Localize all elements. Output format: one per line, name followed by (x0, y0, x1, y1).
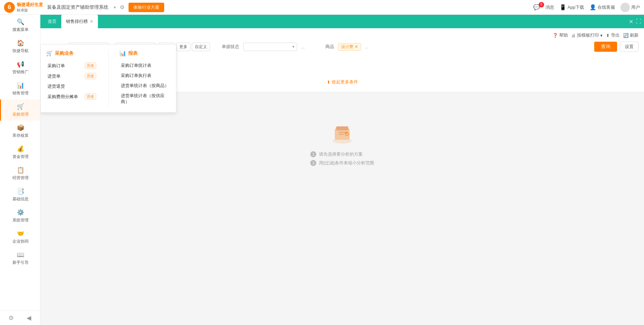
service-icon: 👤 (589, 4, 596, 10)
sidebar-bottom: ⚙ ◀ (0, 311, 40, 325)
search-icon: 🔍 (17, 18, 24, 26)
toolbar-row: ❓ 帮助 🖨 按模板打印 ▾ ⬆ 导出 🔄 (46, 32, 639, 38)
toolbar-right: ❓ 帮助 🖨 按模板打印 ▾ ⬆ 导出 🔄 (552, 32, 639, 38)
sidebar-item-cooperation[interactable]: 🤝 企业协同 (0, 227, 40, 248)
sidebar-settings-btn[interactable]: ⚙ (3, 314, 19, 322)
sidebar-item-basic-info-label: 基础信息 (12, 196, 29, 202)
settings-btn[interactable]: 设置 (620, 42, 639, 52)
dropdown-item-purchase-order-exec[interactable]: 采购订单执行表 (119, 71, 171, 81)
tab-close-btn[interactable]: ✕ (90, 19, 93, 24)
tab-home[interactable]: 首页 (43, 15, 61, 28)
purchase-order-stats-label: 采购订单统计表 (121, 63, 151, 69)
tab-sales-rank[interactable]: 销售排行榜 ✕ (61, 15, 98, 28)
content-area: 首页 销售排行榜 ✕ ✕ ⛶ ❓ 帮助 (40, 15, 644, 325)
sidebar-collapse-btn[interactable]: ◀ (22, 314, 37, 322)
purchase-fee-label: 采购费用分摊单 (47, 94, 78, 100)
online-service-item[interactable]: 👤 在线客服 (589, 4, 615, 10)
sidebar-item-finance[interactable]: 💰 资金管理 (0, 142, 40, 163)
sales-icon: 📊 (17, 82, 24, 89)
refresh-icon: 🔄 (623, 33, 629, 38)
sidebar-item-marketing[interactable]: 📢 营销推广 (0, 57, 40, 78)
sidebar-item-inventory[interactable]: 📦 库存核算 (0, 121, 40, 142)
purchase-order-label: 采购订单 (47, 63, 65, 69)
inventory-icon: 📦 (17, 124, 24, 131)
basic-info-icon: 📑 (17, 188, 24, 195)
header-middle: 装备及固定资产辅助管理系统 ▾ ⚙ 体验行业方案 (44, 3, 533, 12)
stock-stats-supplier-label: 进货单统计表（按供应商） (121, 93, 170, 105)
dropdown-item-stock-stats-goods[interactable]: 进货单统计表（按商品） (119, 81, 171, 91)
goods-label: 商品 (316, 44, 334, 50)
sidebar-item-marketing-label: 营销推广 (12, 69, 29, 75)
sidebar-item-system[interactable]: ⚙️ 系统管理 (0, 205, 40, 227)
logo-icon: 6 (4, 2, 15, 13)
tab-fullscreen-btn[interactable]: ⛶ (636, 18, 641, 25)
dropdown-report-col: 📊 报表 采购订单统计表 采购订单执行表 进货单统计表（按商品） 进货单统计表（… (119, 50, 171, 107)
export-btn[interactable]: ⬆ 导出 (606, 32, 620, 38)
stock-return-label: 进货退货 (47, 83, 65, 89)
query-btn[interactable]: 查询 (594, 42, 617, 52)
empty-icon (329, 119, 356, 146)
system-dropdown-arrow[interactable]: ▾ (114, 5, 116, 10)
dropdown-item-stock-stats-supplier[interactable]: 进货单统计表（按供应商） (119, 91, 171, 107)
goods-tag-text: 设计费 (341, 44, 353, 50)
app-download-label: App下载 (568, 4, 584, 10)
goods-more[interactable]: ... (365, 44, 369, 49)
help-icon: ❓ (552, 33, 558, 38)
sidebar-item-search[interactable]: 🔍 搜索菜单 (0, 15, 40, 36)
brand-name: 畅捷通好生意 (17, 2, 43, 8)
message-label: 消息 (545, 4, 554, 10)
help-label: 帮助 (559, 32, 568, 38)
purchase-order-exec-label: 采购订单执行表 (121, 73, 151, 79)
export-label: 导出 (611, 32, 620, 38)
voucher-status-more[interactable]: ... (301, 44, 305, 49)
sidebar-item-operations[interactable]: 📋 经营管理 (0, 163, 40, 184)
tab-sales-rank-label: 销售排行榜 (66, 18, 88, 25)
print-btn[interactable]: 🖨 按模板打印 ▾ (571, 32, 603, 38)
brand-sub: 标准版 (17, 8, 43, 12)
message-item[interactable]: 💬 9 消息 (533, 4, 554, 10)
svg-point-5 (345, 132, 349, 136)
sidebar-item-sales[interactable]: 📊 销售管理 (0, 78, 40, 99)
sidebar-item-operations-label: 经营管理 (12, 175, 29, 181)
empty-tip-1: 1 请先选择要分析的方案 (310, 151, 374, 157)
gear-icon[interactable]: ⚙ (120, 4, 124, 10)
sidebar-settings-icon: ⚙ (8, 314, 14, 322)
system-title: 装备及固定资产辅助管理系统 (44, 4, 111, 10)
sidebar-item-purchase[interactable]: 🛒 采购管理 (0, 99, 40, 121)
dropdown-item-purchase-order[interactable]: 采购订单 历史 (46, 60, 98, 71)
dropdown-item-stock-return[interactable]: 进货退货 (46, 81, 98, 91)
time-custom-btn[interactable]: 自定义 (192, 43, 210, 51)
tab-close-all-btn[interactable]: ✕ (629, 18, 633, 25)
marketing-icon: 📢 (17, 60, 24, 68)
empty-tips: 1 请先选择要分析的方案 2 用[过滤]条件来缩小分析范围 (310, 151, 374, 166)
voucher-status-select[interactable] (243, 43, 297, 51)
sidebar-item-guide[interactable]: 📖 新手引导 (0, 248, 40, 269)
dropdown-item-stock-in[interactable]: 进货单 历史 (46, 71, 98, 81)
dropdown-report-title-text: 报表 (128, 50, 138, 56)
industry-btn[interactable]: 体验行业方案 (129, 3, 164, 12)
phone-icon: 📱 (560, 4, 566, 10)
goods-tag-close[interactable]: ✕ (355, 44, 358, 49)
print-label: 按模板打印 (577, 32, 599, 38)
operations-icon: 📋 (17, 166, 24, 174)
app-download-item[interactable]: 📱 App下载 (560, 4, 584, 10)
stock-in-history-tag: 历史 (85, 73, 96, 79)
stock-in-label: 进货单 (47, 73, 61, 79)
cooperation-icon: 🤝 (17, 230, 24, 237)
user-label: 用户 (631, 4, 640, 10)
refresh-btn[interactable]: 🔄 刷新 (623, 32, 639, 38)
dropdown-menu: 🛒 采购业务 采购订单 历史 进货单 历史 进货退货 (40, 44, 176, 113)
dropdown-item-purchase-order-stats[interactable]: 采购订单统计表 (119, 60, 171, 71)
help-btn[interactable]: ❓ 帮助 (552, 32, 568, 38)
export-icon: ⬆ (606, 33, 610, 38)
print-dropdown-arrow[interactable]: ▾ (600, 33, 603, 38)
empty-tip-2-text: 用[过滤]条件来缩小分析范围 (319, 160, 374, 166)
user-item[interactable]: 用户 (620, 3, 640, 12)
sidebar-item-basic-info[interactable]: 📑 基础信息 (0, 184, 40, 205)
header-right: 💬 9 消息 📱 App下载 👤 在线客服 用户 (533, 3, 640, 12)
voucher-status-select-wrapper (243, 43, 297, 51)
dropdown-item-purchase-fee[interactable]: 采购费用分摊单 历史 (46, 91, 98, 102)
tab-bar: 首页 销售排行榜 ✕ ✕ ⛶ (40, 15, 644, 28)
sidebar-item-quick-nav[interactable]: 🏠 快捷导航 (0, 36, 40, 57)
time-more-btn[interactable]: 更多 (176, 43, 190, 51)
